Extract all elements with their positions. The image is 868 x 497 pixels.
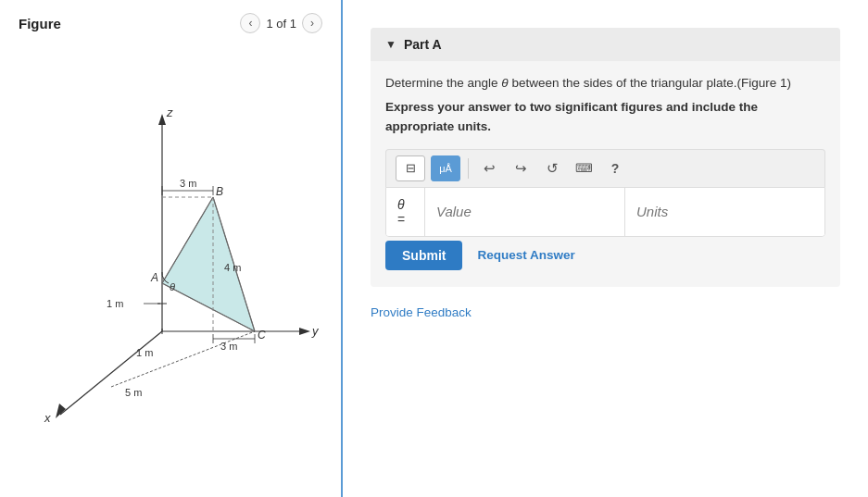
matrix-button[interactable]: ⊟ <box>396 155 425 181</box>
part-body: Determine the angle θ between the sides … <box>371 61 840 287</box>
keyboard-button[interactable]: ⌨ <box>571 155 597 181</box>
prev-figure-button[interactable]: ‹ <box>240 13 260 33</box>
svg-marker-4 <box>299 328 310 335</box>
figure-nav: ‹ 1 of 1 › <box>240 13 322 33</box>
part-title: Part A <box>404 37 442 52</box>
reset-button[interactable]: ↺ <box>539 155 565 181</box>
problem-text: Determine the angle θ between the sides … <box>385 74 825 93</box>
svg-text:5 m: 5 m <box>125 387 142 398</box>
problem-bold: Express your answer to two significant f… <box>385 98 825 136</box>
part-collapse-icon[interactable]: ▼ <box>385 38 396 51</box>
help-icon: ? <box>611 161 620 176</box>
svg-text:B: B <box>216 185 223 198</box>
svg-text:1 m: 1 m <box>136 347 153 358</box>
answer-label: θ = <box>386 188 424 236</box>
svg-text:4 m: 4 m <box>224 262 241 273</box>
figure-svg: z y x 1 m 1 m <box>19 44 333 424</box>
unit-icon: μÅ <box>439 163 452 174</box>
answer-toolbar: ⊟ μÅ ↩ ↪ ↺ ⌨ ? <box>385 149 825 187</box>
svg-text:3 m: 3 m <box>220 341 237 352</box>
figure-page: 1 of 1 <box>266 17 296 31</box>
svg-marker-1 <box>158 114 166 125</box>
right-panel: ▼ Part A Determine the angle θ between t… <box>343 0 868 497</box>
redo-button[interactable]: ↪ <box>508 155 534 181</box>
part-section: ▼ Part A Determine the angle θ between t… <box>371 28 840 287</box>
svg-text:A: A <box>150 271 158 284</box>
keyboard-icon: ⌨ <box>575 161 593 175</box>
figure-header: Figure ‹ 1 of 1 › <box>19 9 341 37</box>
units-input[interactable] <box>625 188 824 236</box>
svg-line-29 <box>111 331 255 387</box>
matrix-icon: ⊟ <box>406 161 416 175</box>
svg-text:C: C <box>258 329 266 342</box>
svg-text:y: y <box>311 324 320 338</box>
unit-button[interactable]: μÅ <box>431 155 460 181</box>
svg-text:x: x <box>44 411 51 424</box>
redo-icon: ↪ <box>515 160 527 177</box>
svg-text:3 m: 3 m <box>180 178 196 189</box>
next-figure-button[interactable]: › <box>302 13 322 33</box>
left-panel: Figure ‹ 1 of 1 › z y x 1 m <box>0 0 343 497</box>
answer-row: θ = <box>385 187 825 237</box>
svg-text:θ: θ <box>170 281 175 292</box>
feedback-link[interactable]: Provide Feedback <box>371 305 840 319</box>
figure-title: Figure <box>19 16 61 31</box>
svg-text:1 m: 1 m <box>107 298 123 309</box>
figure-area: z y x 1 m 1 m <box>19 44 333 433</box>
help-button[interactable]: ? <box>602 155 628 181</box>
reset-icon: ↺ <box>547 160 559 177</box>
toolbar-separator <box>468 158 469 179</box>
part-header: ▼ Part A <box>371 28 840 61</box>
theta-label: θ = <box>397 197 413 227</box>
request-answer-link[interactable]: Request Answer <box>477 248 574 262</box>
undo-icon: ↩ <box>484 160 496 177</box>
submit-button[interactable]: Submit <box>385 241 462 270</box>
undo-button[interactable]: ↩ <box>476 155 502 181</box>
svg-text:z: z <box>166 106 173 119</box>
value-input[interactable] <box>424 188 625 236</box>
action-row: Submit Request Answer <box>385 241 825 270</box>
